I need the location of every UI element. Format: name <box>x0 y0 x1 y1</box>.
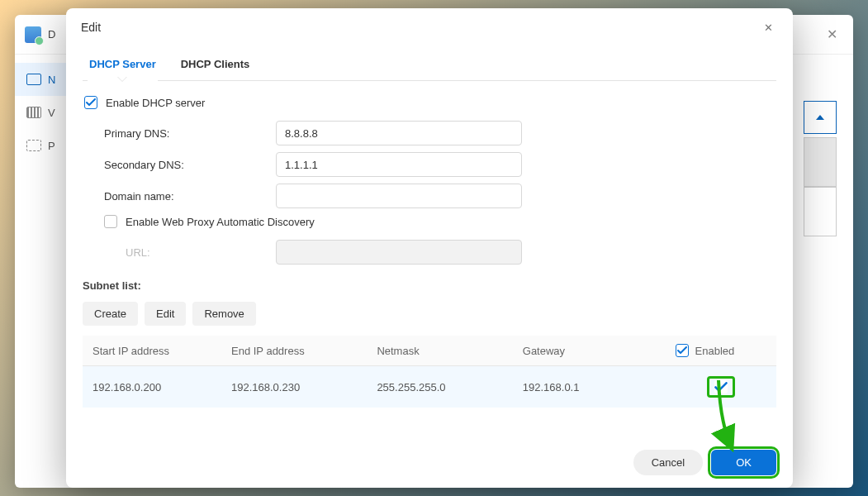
tab-dhcp-server[interactable]: DHCP Server <box>88 50 158 80</box>
create-button[interactable]: Create <box>83 302 138 326</box>
cell-netmask: 255.255.255.0 <box>367 366 512 408</box>
col-start[interactable]: Start IP address <box>83 336 221 366</box>
domain-name-label: Domain name: <box>104 190 276 203</box>
wpad-checkbox[interactable] <box>104 215 117 228</box>
remove-button[interactable]: Remove <box>192 302 255 326</box>
cell-gateway: 192.168.0.1 <box>513 366 666 408</box>
cell-start: 192.168.0.200 <box>83 366 221 408</box>
col-netmask[interactable]: Netmask <box>367 336 512 366</box>
secondary-dns-input[interactable] <box>276 152 522 177</box>
subnet-table: Start IP address End IP address Netmask … <box>83 336 776 408</box>
secondary-dns-label: Secondary DNS: <box>104 159 276 171</box>
close-icon[interactable]: ✕ <box>758 17 778 37</box>
modal-footer: Cancel OK <box>66 436 793 488</box>
row-enabled-highlight <box>707 376 735 398</box>
chevron-up-icon <box>816 115 824 120</box>
modal-tabs: DHCP Server DHCP Clients <box>83 50 776 81</box>
enable-dhcp-label: Enable DHCP server <box>106 97 205 109</box>
col-enabled[interactable]: Enabled <box>666 336 776 366</box>
panel-stack-1 <box>804 137 837 187</box>
bg-close-icon[interactable]: ✕ <box>820 23 843 46</box>
row-enabled-checkbox[interactable] <box>714 380 728 393</box>
primary-dns-label: Primary DNS: <box>104 127 276 140</box>
edit-modal: Edit ✕ DHCP Server DHCP Clients Enable D… <box>66 8 793 488</box>
cancel-button[interactable]: Cancel <box>633 450 703 475</box>
pxe-icon <box>26 140 41 151</box>
edit-button[interactable]: Edit <box>145 302 186 326</box>
panel-stack-2 <box>804 187 837 236</box>
panel-collapse-button[interactable] <box>804 101 837 134</box>
col-end[interactable]: End IP address <box>221 336 367 366</box>
url-label: URL: <box>126 246 276 259</box>
app-icon <box>25 26 41 43</box>
enable-dhcp-checkbox[interactable] <box>84 96 97 109</box>
header-enabled-checkbox[interactable] <box>676 344 689 357</box>
domain-name-input[interactable] <box>276 184 522 208</box>
cell-end: 192.168.0.230 <box>221 366 367 408</box>
ok-button[interactable]: OK <box>711 450 776 475</box>
col-gateway[interactable]: Gateway <box>513 336 666 366</box>
col-enabled-label: Enabled <box>695 345 735 357</box>
url-input <box>276 240 522 265</box>
primary-dns-input[interactable] <box>276 121 522 145</box>
bg-title-initial: D <box>48 28 55 41</box>
tab-dhcp-clients[interactable]: DHCP Clients <box>179 50 252 80</box>
wpad-label: Enable Web Proxy Automatic Discovery <box>126 216 315 228</box>
table-row[interactable]: 192.168.0.200 192.168.0.230 255.255.255.… <box>83 366 776 408</box>
modal-title: Edit <box>81 21 101 34</box>
modal-header: Edit ✕ <box>66 8 793 46</box>
subnet-list-title: Subnet list: <box>83 279 776 292</box>
subnet-toolbar: Create Edit Remove <box>83 302 776 326</box>
network-icon <box>26 74 41 85</box>
cell-enabled <box>666 366 776 408</box>
building-icon <box>26 107 41 118</box>
